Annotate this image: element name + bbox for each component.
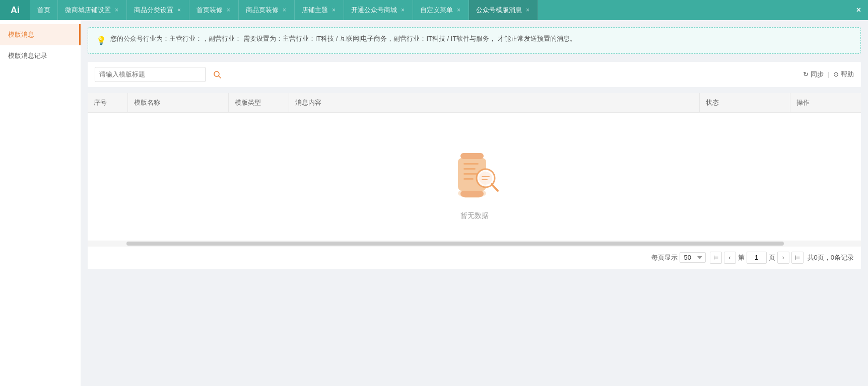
empty-text: 暂无数据 (460, 211, 489, 220)
nav-tab-close[interactable]: × (456, 6, 461, 15)
nav-tab-close[interactable]: × (226, 6, 231, 15)
nav-tab-label: 自定义菜单 (420, 6, 453, 15)
page-prefix: 第 (738, 253, 745, 262)
table-header-status: 状态 (700, 93, 790, 112)
nav-tab-close[interactable]: × (176, 6, 182, 15)
nav-tab-home[interactable]: 首页 (30, 0, 58, 20)
page-unit: 页 (769, 253, 775, 262)
nav-tab-homepage[interactable]: 首页装修× (189, 0, 239, 20)
sidebar: 模版消息模版消息记录 (0, 20, 81, 386)
svg-rect-9 (463, 178, 474, 180)
per-page-label: 每页显示 (651, 253, 678, 262)
lightbulb-icon: 💡 (96, 34, 106, 47)
help-icon: ⊙ (833, 70, 839, 78)
sync-button[interactable]: ↻ 同步 (803, 70, 824, 79)
app-logo: Ai (0, 0, 30, 20)
table-header-type: 模版类型 (229, 93, 289, 112)
per-page-dropdown[interactable]: 102050100 (680, 252, 706, 263)
svg-rect-14 (482, 179, 488, 180)
svg-rect-8 (463, 173, 478, 175)
svg-line-12 (492, 184, 498, 191)
nav-tab-theme[interactable]: 店铺主题× (295, 0, 344, 20)
last-page-button[interactable]: ⊨ (791, 252, 804, 264)
nav-tab-close[interactable]: × (400, 6, 406, 15)
nav-tab-category[interactable]: 商品分类设置× (127, 0, 189, 20)
prev-page-button[interactable]: ‹ (724, 252, 736, 264)
empty-illustration (444, 143, 505, 203)
nav-tab-label: 微商城店铺设置 (65, 6, 111, 15)
nav-tab-label: 首页 (37, 6, 50, 15)
top-nav: Ai 首页微商城店铺设置×商品分类设置×首页装修×商品页装修×店铺主题×开通公众… (0, 0, 868, 20)
search-bar: ↻ 同步 | ⊙ 帮助 (88, 62, 861, 87)
table-header-name: 模版名称 (128, 93, 229, 112)
svg-rect-7 (463, 168, 476, 170)
search-left (95, 67, 225, 82)
nav-tab-label: 首页装修 (196, 6, 223, 15)
table-header-action: 操作 (790, 93, 861, 112)
page-size-select: 每页显示 102050100 (651, 252, 706, 263)
search-button[interactable] (210, 67, 225, 82)
svg-line-1 (219, 76, 221, 78)
notice-highlight: 需要设置为：主营行业：IT科技 / 互联网|电子商务，副营行业：IT科技 / I… (243, 35, 496, 42)
svg-rect-6 (463, 163, 479, 165)
content-area: 💡 您的公众号行业为：主营行业：，副营行业： 需要设置为：主营行业：IT科技 /… (81, 20, 868, 386)
nav-tab-close[interactable]: × (331, 6, 337, 15)
empty-state: 暂无数据 (88, 113, 861, 241)
nav-tab-tplmsg[interactable]: 公众号模版消息× (469, 0, 538, 20)
notice-box: 💡 您的公众号行业为：主营行业：，副营行业： 需要设置为：主营行业：IT科技 /… (88, 27, 861, 54)
search-right: ↻ 同步 | ⊙ 帮助 (803, 70, 854, 79)
nav-tab-close[interactable]: × (525, 6, 530, 15)
close-all-button[interactable]: × (849, 6, 868, 15)
page-total: 共0页，0条记录 (808, 253, 854, 262)
scrollbar-thumb[interactable] (126, 242, 784, 246)
page-number-input[interactable] (747, 252, 767, 264)
main-layout: 模版消息模版消息记录 💡 您的公众号行业为：主营行业：，副营行业： 需要设置为：… (0, 20, 868, 386)
nav-tab-label: 店铺主题 (302, 6, 328, 15)
divider: | (828, 70, 829, 78)
table-header-index: 序号 (88, 93, 128, 112)
svg-rect-5 (460, 191, 484, 197)
nav-tab-wshop[interactable]: 微商城店铺设置× (58, 0, 127, 20)
first-page-button[interactable]: ⊨ (710, 252, 722, 264)
nav-tab-productpage[interactable]: 商品页装修× (239, 0, 295, 20)
svg-rect-4 (460, 153, 484, 159)
nav-tab-close[interactable]: × (114, 6, 119, 15)
sidebar-item-tpl-msg[interactable]: 模版消息 (0, 24, 81, 45)
sync-icon: ↻ (803, 70, 809, 78)
notice-text: 您的公众号行业为：主营行业：，副营行业： 需要设置为：主营行业：IT科技 / 互… (110, 34, 576, 44)
horizontal-scrollbar[interactable] (88, 241, 861, 247)
table-header-content: 消息内容 (289, 93, 700, 112)
nav-tab-openwx[interactable]: 开通公众号商城× (344, 0, 413, 20)
nav-tabs: 首页微商城店铺设置×商品分类设置×首页装修×商品页装修×店铺主题×开通公众号商城… (30, 0, 849, 20)
nav-tab-close[interactable]: × (282, 6, 287, 15)
nav-tab-custmenu[interactable]: 自定义菜单× (413, 0, 469, 20)
svg-point-11 (479, 172, 492, 185)
nav-tab-label: 商品页装修 (246, 6, 279, 15)
svg-rect-13 (482, 176, 490, 177)
nav-tab-label: 公众号模版消息 (476, 6, 522, 15)
help-button[interactable]: ⊙ 帮助 (833, 70, 854, 79)
nav-tab-label: 商品分类设置 (134, 6, 173, 15)
search-input[interactable] (95, 67, 206, 82)
page-nav: ⊨ ‹ 第 页 › ⊨ (710, 252, 804, 264)
pagination: 每页显示 102050100 ⊨ ‹ 第 页 › ⊨ 共0页，0条记录 (88, 247, 861, 269)
table-header: 序号模版名称模版类型消息内容状态操作 (88, 93, 861, 113)
table-container: 序号模版名称模版类型消息内容状态操作 (88, 93, 861, 247)
nav-tab-label: 开通公众号商城 (351, 6, 397, 15)
next-page-button[interactable]: › (777, 252, 789, 264)
sidebar-item-tpl-msg-log[interactable]: 模版消息记录 (0, 45, 81, 66)
